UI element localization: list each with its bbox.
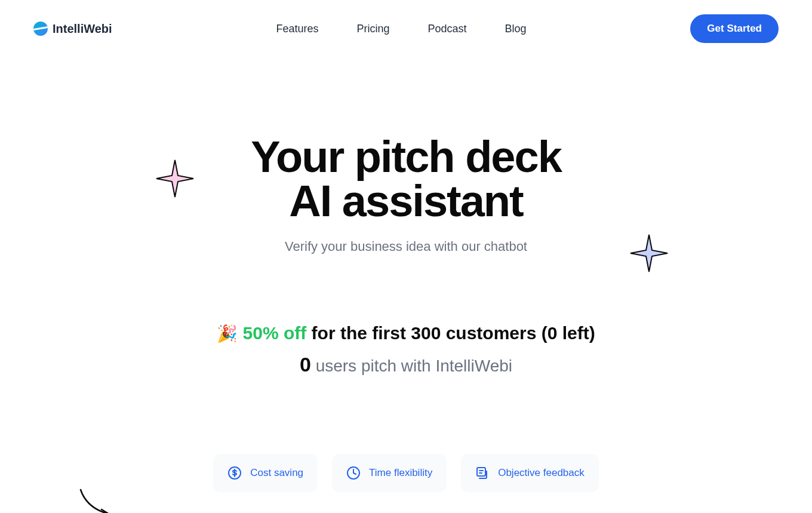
hero-title-line1: Your pitch deck [251, 132, 561, 182]
nav-link-podcast[interactable]: Podcast [428, 23, 467, 35]
hero-section: Your pitch deck AI assistant Verify your… [0, 57, 812, 254]
navbar: IntelliWebi Features Pricing Podcast Blo… [0, 0, 812, 57]
hero-title-line2: AI assistant [289, 176, 522, 226]
arrow-decoration-icon [75, 487, 128, 513]
dollar-icon [227, 466, 242, 480]
feedback-icon [475, 466, 490, 480]
nav-links: Features Pricing Podcast Blog [276, 23, 526, 35]
get-started-button[interactable]: Get Started [690, 14, 779, 43]
hero-title: Your pitch deck AI assistant [0, 135, 812, 223]
nav-link-blog[interactable]: Blog [505, 23, 527, 35]
nav-link-pricing[interactable]: Pricing [356, 23, 389, 35]
feature-pill-label: Cost saving [250, 467, 303, 479]
star-blue-icon [629, 234, 669, 275]
promo-discount: 50% off [243, 323, 307, 343]
logo-icon [33, 21, 48, 36]
users-count: 0 [300, 353, 311, 376]
feature-pill-cost: Cost saving [213, 454, 318, 492]
feature-pill-time: Time flexibility [332, 454, 447, 492]
party-emoji: 🎉 [217, 324, 238, 343]
feature-pill-feedback: Objective feedback [461, 454, 599, 492]
svg-rect-2 [477, 468, 485, 476]
promo-line: 🎉 50% off for the first 300 customers (0… [0, 323, 812, 343]
hero-subtitle: Verify your business idea with our chatb… [0, 239, 812, 254]
feature-pill-label: Objective feedback [498, 467, 585, 479]
nav-link-features[interactable]: Features [276, 23, 318, 35]
users-line: 0 users pitch with IntelliWebi [0, 353, 812, 376]
brand-name: IntelliWebi [53, 22, 112, 36]
logo[interactable]: IntelliWebi [33, 21, 112, 36]
feature-pill-label: Time flexibility [369, 467, 432, 479]
promo-section: 🎉 50% off for the first 300 customers (0… [0, 323, 812, 376]
users-rest: users pitch with IntelliWebi [311, 357, 512, 375]
star-pink-icon [155, 159, 195, 201]
promo-rest: for the first 300 customers (0 left) [306, 323, 595, 343]
clock-icon [346, 466, 361, 480]
